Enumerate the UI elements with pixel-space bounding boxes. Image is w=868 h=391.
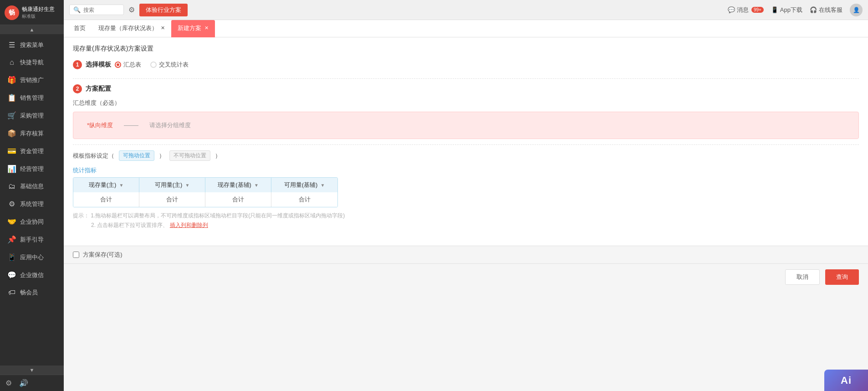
- sidebar-item-label: 应用中心: [20, 253, 44, 262]
- sidebar-item-inventory[interactable]: 📦 库存核算: [0, 124, 64, 142]
- scroll-down-btn[interactable]: ▼: [0, 365, 64, 375]
- ai-badge[interactable]: Ai: [824, 370, 868, 391]
- sidebar-item-finance[interactable]: 💳 资金管理: [0, 142, 64, 160]
- operations-icon: 📊: [7, 165, 16, 173]
- chevron-down-icon-4: ▼: [320, 183, 325, 188]
- sidebar-item-quick-nav[interactable]: ⌂ 快捷导航: [0, 54, 64, 71]
- sidebar-item-wechat[interactable]: 💬 企业微信: [0, 266, 64, 284]
- app-download-label: App下载: [780, 6, 802, 14]
- settings-icon[interactable]: ⚙: [5, 379, 12, 387]
- ai-badge-label: Ai: [841, 375, 852, 386]
- radio-crosstab-dot: [150, 62, 157, 68]
- tab-inventory-status-close[interactable]: ✕: [161, 25, 165, 31]
- stats-col-header-3[interactable]: 现存量(基辅) ▼: [205, 178, 271, 192]
- search-input[interactable]: [83, 7, 120, 13]
- stats-table-header: 现存量(主) ▼ 可用量(主) ▼ 现存量(基辅) ▼: [73, 178, 337, 192]
- messages-item[interactable]: 💬 消息 99+: [728, 6, 764, 14]
- dim-label: *纵向维度: [87, 121, 113, 129]
- stats-col-label-1: 现存量(主): [89, 181, 117, 189]
- sidebar-item-operations[interactable]: 📊 经营管理: [0, 160, 64, 178]
- sidebar-item-sys-mgmt[interactable]: ⚙ 系统管理: [0, 195, 64, 213]
- sidebar-item-purchase[interactable]: 🛒 采购管理: [0, 107, 64, 124]
- dimension-title: 汇总维度（必选）: [73, 99, 859, 107]
- bottom-actions: 取消 查询: [64, 263, 868, 290]
- trial-btn[interactable]: 体验行业方案: [139, 4, 188, 16]
- sidebar-item-label: 采购管理: [20, 112, 44, 120]
- app-center-icon: 📱: [7, 253, 16, 262]
- tab-home[interactable]: 首页: [67, 20, 92, 37]
- main-area: 🔍 ⚙ 体验行业方案 💬 消息 99+ 📱 App下载 🎧 在线客服 👤: [64, 0, 868, 391]
- sidebar-item-label: 营销推广: [20, 76, 44, 84]
- inventory-icon: 📦: [7, 129, 16, 138]
- sidebar-item-label: 企业微信: [20, 271, 44, 279]
- stats-col-label-3: 现存量(基辅): [218, 181, 251, 189]
- app-download-icon: 📱: [771, 6, 778, 13]
- tab-new-plan-close[interactable]: ✕: [204, 25, 209, 31]
- dimension-select-area[interactable]: *纵向维度 —— 请选择分组维度: [73, 112, 859, 139]
- sidebar-nav: ☰ 搜索菜单 ⌂ 快捷导航 🎁 营销推广 📋 销售管理 🛒 采购管理 📦 库存核…: [0, 34, 64, 365]
- sidebar-bottom: ⚙ 🔊: [0, 375, 64, 391]
- sidebar-item-basic-info[interactable]: 🗂 基础信息: [0, 178, 64, 195]
- sidebar-item-label: 新手引导: [20, 236, 44, 244]
- stats-col-header-2[interactable]: 可用量(主) ▼: [139, 178, 205, 192]
- sidebar-item-label: 销售管理: [20, 94, 44, 102]
- stats-col-label-2: 可用量(主): [155, 181, 183, 189]
- radio-crosstab-label: 交叉统计表: [159, 61, 189, 69]
- sidebar-item-search-menu[interactable]: ☰ 搜索菜单: [0, 36, 64, 54]
- indicator-settings-row: 模板指标设定（ 可拖动位置 ） 不可拖动位置 ）: [73, 150, 859, 161]
- section-choose-template: 1 选择模板 汇总表 交叉统计表: [73, 60, 859, 69]
- cancel-button[interactable]: 取消: [785, 269, 820, 285]
- member-icon: 🏷: [7, 288, 16, 297]
- tabs-bar: 首页 现存量（库存状况表） ✕ 新建方案 ✕ — ⤢: [64, 20, 868, 37]
- online-support-item[interactable]: 🎧 在线客服: [810, 6, 842, 14]
- stats-col-label-4: 可用量(基辅): [284, 181, 318, 189]
- stats-table-body: 合计 合计 合计 合计: [73, 192, 337, 207]
- save-checkbox[interactable]: [73, 252, 79, 258]
- query-button[interactable]: 查询: [825, 269, 859, 285]
- search-icon: 🔍: [73, 6, 81, 13]
- indicator-settings-label: 模板指标设定（: [73, 152, 114, 160]
- sidebar-item-label: 企业协同: [20, 218, 44, 226]
- tab-new-plan[interactable]: 新建方案 ✕: [171, 20, 215, 37]
- sidebar-item-sales[interactable]: 📋 销售管理: [0, 89, 64, 107]
- hint2-prefix: 2. 点击标题栏下拉可设置排序、: [91, 222, 168, 228]
- radio-summary-dot: [115, 62, 121, 68]
- stats-col-sub-3: 合计: [232, 196, 244, 204]
- sidebar-item-newbie[interactable]: 📌 新手引导: [0, 231, 64, 248]
- radio-crosstab[interactable]: 交叉统计表: [150, 61, 189, 69]
- enterprise-icon: 🤝: [7, 217, 16, 226]
- app-download-item[interactable]: 📱 App下载: [771, 6, 802, 14]
- basic-info-icon: 🗂: [7, 182, 16, 190]
- tab-new-plan-label: 新建方案: [178, 24, 201, 32]
- indicator-settings-sep: ）: [159, 152, 165, 160]
- non-draggable-badge: 不可拖动位置: [169, 150, 210, 161]
- stats-col-header-1[interactable]: 现存量(主) ▼: [73, 178, 139, 192]
- save-label: 方案保存(可选): [83, 251, 123, 259]
- hint2-link[interactable]: 插入列和删除列: [170, 222, 208, 228]
- sidebar-item-member[interactable]: 🏷 畅会员: [0, 284, 64, 301]
- stats-col-header-4[interactable]: 可用量(基辅) ▼: [271, 178, 337, 192]
- speaker-icon[interactable]: 🔊: [19, 379, 28, 387]
- message-icon: 💬: [728, 6, 735, 13]
- newbie-icon: 📌: [7, 235, 16, 244]
- sidebar-item-enterprise[interactable]: 🤝 企业协同: [0, 213, 64, 231]
- logo-icon: 畅: [5, 5, 19, 20]
- sidebar-item-marketing[interactable]: 🎁 营销推广: [0, 71, 64, 89]
- tab-inventory-status[interactable]: 现存量（库存状况表） ✕: [92, 20, 171, 37]
- section1-header: 1 选择模板 汇总表 交叉统计表: [73, 60, 859, 69]
- section1-num: 1: [73, 60, 82, 69]
- divider2: [73, 144, 859, 145]
- stats-col-body-4: 合计: [271, 192, 337, 207]
- search-box[interactable]: 🔍: [69, 5, 124, 15]
- radio-summary[interactable]: 汇总表: [115, 61, 141, 69]
- tab-inventory-status-label: 现存量（库存状况表）: [98, 24, 158, 32]
- settings-gear-icon[interactable]: ⚙: [128, 5, 135, 14]
- sidebar-item-label: 畅会员: [20, 288, 38, 297]
- template-radio-group: 汇总表 交叉统计表: [115, 61, 189, 69]
- hints-area: 提示： 1.拖动标题栏可以调整布局，不可跨维度或指标区域拖动栏目字段(只能在同一…: [73, 212, 859, 229]
- scroll-up-btn[interactable]: ▲: [0, 25, 64, 34]
- headset-icon: 🎧: [810, 6, 817, 13]
- sidebar-item-app-center[interactable]: 📱 应用中心: [0, 248, 64, 266]
- quick-nav-icon: ⌂: [7, 58, 16, 67]
- stats-col-body-1: 合计: [73, 192, 139, 207]
